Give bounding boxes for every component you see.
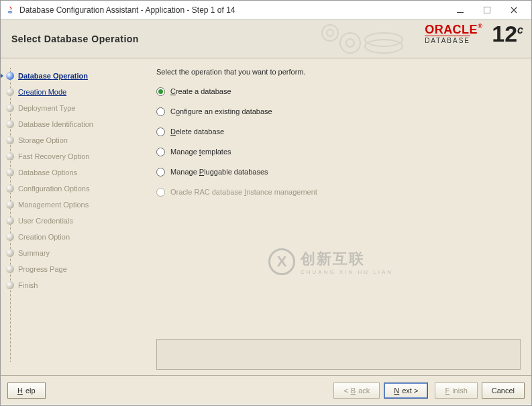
svg-point-3	[327, 30, 333, 36]
svg-point-2	[322, 25, 338, 41]
nav-step-label: Configuration Options	[18, 185, 89, 193]
nav-step-9: User Credentials	[1, 213, 146, 229]
nav-step-13: Finish	[1, 277, 146, 293]
nav-step-8: Management Options	[1, 197, 146, 213]
operation-option-2[interactable]: Delete database	[156, 124, 521, 139]
nav-step-12: Progress Page	[1, 261, 146, 277]
nav-step-0[interactable]: Database Operation	[1, 68, 146, 84]
nav-step-11: Summary	[1, 245, 146, 261]
nav-step-label: Progress Page	[18, 265, 67, 273]
nav-bullet-icon	[6, 281, 14, 289]
nav-bullet-icon	[6, 152, 14, 160]
nav-step-label: Deployment Type	[18, 104, 75, 112]
wizard-footer: Help < Back Next > Finish Cancel	[1, 375, 531, 405]
nav-bullet-icon	[6, 104, 14, 112]
header-decoration-icon	[310, 19, 417, 58]
radio-label: Create a database	[170, 87, 231, 95]
nav-bullet-icon	[6, 72, 14, 80]
svg-point-7	[365, 40, 403, 53]
operation-option-1[interactable]: Configure an existing database	[156, 104, 521, 119]
nav-step-label: Storage Option	[18, 136, 68, 144]
nav-bullet-icon	[6, 136, 14, 144]
nav-step-label: Management Options	[18, 201, 89, 209]
finish-button: Finish	[435, 383, 477, 399]
version-label: 12c	[492, 22, 523, 45]
radio-icon	[156, 128, 165, 136]
maximize-button[interactable]	[474, 1, 500, 19]
nav-step-10: Creation Option	[1, 229, 146, 245]
nav-bullet-icon	[6, 233, 14, 241]
nav-step-label: Database Operation	[18, 72, 88, 80]
wizard-main-panel: Select the operation that you want to pe…	[146, 58, 531, 375]
nav-bullet-icon	[6, 120, 14, 128]
message-area	[156, 339, 521, 370]
radio-icon	[156, 148, 165, 156]
nav-step-6: Database Options	[1, 164, 146, 181]
cancel-button[interactable]: Cancel	[482, 383, 525, 399]
wizard-steps-sidebar: Database OperationCreation ModeDeploymen…	[1, 58, 146, 375]
java-icon	[5, 5, 15, 15]
operation-option-3[interactable]: Manage templates	[156, 144, 521, 159]
nav-step-5: Fast Recovery Option	[1, 148, 146, 164]
nav-bullet-icon	[6, 185, 14, 193]
nav-bullet-icon	[6, 217, 14, 225]
nav-step-label: Database Identification	[18, 120, 93, 128]
next-button[interactable]: Next >	[384, 383, 428, 399]
nav-step-1[interactable]: Creation Mode	[1, 84, 146, 100]
nav-bullet-icon	[6, 249, 14, 257]
nav-step-7: Configuration Options	[1, 181, 146, 197]
nav-bullet-icon	[6, 88, 14, 96]
svg-point-5	[346, 39, 354, 47]
operation-radio-group: Create a databaseConfigure an existing d…	[156, 84, 521, 199]
watermark-sub: CHUANG XIN HU LIAN	[301, 269, 393, 275]
radio-label: Manage templates	[170, 148, 231, 156]
watermark-icon: X	[268, 248, 295, 275]
watermark: X 创新互联 CHUANG XIN HU LIAN	[268, 248, 393, 275]
svg-rect-0	[457, 12, 464, 13]
svg-point-6	[365, 33, 403, 46]
nav-bullet-icon	[6, 265, 14, 273]
svg-rect-1	[484, 7, 490, 13]
nav-step-2: Deployment Type	[1, 100, 146, 116]
instruction-text: Select the operation that you want to pe…	[156, 68, 521, 76]
svg-point-4	[340, 33, 360, 53]
minimize-button[interactable]	[447, 1, 474, 19]
radio-icon	[156, 87, 165, 96]
nav-step-label: Finish	[18, 281, 38, 289]
nav-step-label: Fast Recovery Option	[18, 152, 89, 160]
nav-step-4: Storage Option	[1, 132, 146, 148]
nav-step-label: Summary	[18, 249, 50, 257]
oracle-logo: ORACLE® DATABASE	[425, 23, 482, 44]
help-button[interactable]: Help	[7, 383, 46, 399]
watermark-main: 创新互联	[301, 249, 393, 269]
operation-option-4[interactable]: Manage Pluggable databases	[156, 164, 521, 179]
operation-option-0[interactable]: Create a database	[156, 84, 521, 99]
window-titlebar: Database Configuration Assistant - Appli…	[1, 1, 531, 19]
radio-label: Configure an existing database	[170, 107, 272, 115]
nav-bullet-icon	[6, 168, 14, 176]
operation-option-5: Oracle RAC database Instance management	[156, 185, 521, 199]
radio-icon	[156, 107, 165, 116]
radio-icon	[156, 168, 165, 176]
radio-label: Delete database	[170, 128, 224, 136]
nav-step-label: Creation Mode	[18, 88, 66, 96]
page-title: Select Database Operation	[11, 34, 139, 44]
radio-icon	[156, 188, 165, 197]
nav-step-3: Database Identification	[1, 116, 146, 132]
help-button-rest: elp	[25, 387, 36, 395]
close-button[interactable]	[500, 1, 527, 19]
wizard-header: Select Database Operation ORACLE® DATABA…	[1, 19, 531, 58]
nav-step-label: Creation Option	[18, 233, 70, 241]
radio-label: Manage Pluggable databases	[170, 168, 268, 176]
nav-step-label: User Credentials	[18, 217, 73, 225]
nav-step-label: Database Options	[18, 168, 77, 176]
nav-bullet-icon	[6, 201, 14, 209]
wizard-content: Database OperationCreation ModeDeploymen…	[1, 58, 531, 375]
back-button: < Back	[333, 383, 380, 399]
window-title: Database Configuration Assistant - Appli…	[19, 5, 447, 15]
radio-label: Oracle RAC database Instance management	[170, 188, 317, 196]
